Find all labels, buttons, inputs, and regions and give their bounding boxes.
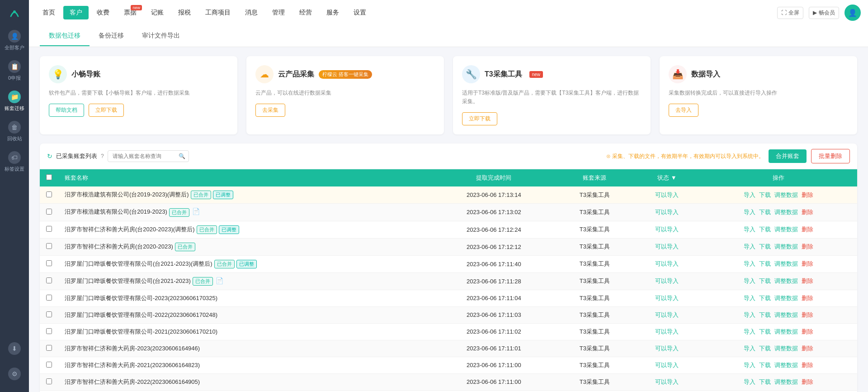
row-checkbox[interactable] bbox=[46, 345, 52, 351]
adjust-link[interactable]: 调整数据 bbox=[774, 328, 798, 335]
select-all-checkbox[interactable] bbox=[46, 174, 52, 180]
import-link[interactable]: 导入 bbox=[744, 345, 755, 352]
download-link[interactable]: 下载 bbox=[759, 191, 771, 198]
import-link[interactable]: 导入 bbox=[744, 311, 755, 318]
sidebar-item-download[interactable]: ⬇ bbox=[0, 338, 29, 359]
download-link[interactable]: 下载 bbox=[759, 295, 771, 301]
adjust-link[interactable]: 调整数据 bbox=[774, 191, 798, 198]
help-doc-button[interactable]: 帮助文档 bbox=[49, 104, 84, 117]
adjust-link[interactable]: 调整数据 bbox=[774, 311, 798, 318]
download-now-button[interactable]: 立即下载 bbox=[89, 104, 124, 117]
sidebar-item-account-migrate[interactable]: 📁 账套迁移 bbox=[0, 86, 29, 116]
go-collect-button[interactable]: 去采集 bbox=[255, 104, 285, 117]
adjust-link[interactable]: 调整数据 bbox=[774, 295, 798, 301]
row-checkbox[interactable] bbox=[46, 295, 52, 301]
download-link[interactable]: 下载 bbox=[759, 311, 771, 318]
t3-download-button[interactable]: 立即下载 bbox=[462, 112, 497, 125]
row-checkbox[interactable] bbox=[46, 328, 52, 334]
row-checkbox[interactable] bbox=[46, 243, 52, 249]
adjust-link[interactable]: 调整数据 bbox=[774, 378, 798, 385]
adjust-link[interactable]: 调整数据 bbox=[774, 362, 798, 368]
sidebar-item-all-clients[interactable]: 👤 全部客户 bbox=[0, 25, 29, 56]
row-checkbox[interactable] bbox=[46, 226, 52, 232]
refresh-icon[interactable]: ↻ bbox=[47, 153, 52, 160]
search-input[interactable] bbox=[113, 153, 176, 159]
import-link[interactable]: 导入 bbox=[744, 226, 755, 233]
delete-link[interactable]: 删除 bbox=[802, 378, 813, 385]
delete-link[interactable]: 删除 bbox=[802, 295, 813, 301]
nav-tax[interactable]: 报税 bbox=[172, 6, 197, 19]
download-link[interactable]: 下载 bbox=[759, 328, 771, 335]
delete-link[interactable]: 删除 bbox=[802, 191, 813, 198]
sidebar-item-report[interactable]: 📋 0申报 bbox=[0, 56, 29, 86]
adjust-link[interactable]: 调整数据 bbox=[774, 226, 798, 233]
nav-operation[interactable]: 经营 bbox=[293, 6, 318, 19]
go-import-button[interactable]: 去导入 bbox=[669, 104, 698, 117]
nav-management[interactable]: 管理 bbox=[266, 6, 291, 19]
tab-backup-migrate[interactable]: 备份迁移 bbox=[90, 26, 133, 46]
adjust-link[interactable]: 调整数据 bbox=[774, 243, 798, 250]
delete-link[interactable]: 删除 bbox=[802, 362, 813, 368]
nav-service[interactable]: 服务 bbox=[320, 6, 345, 19]
import-link[interactable]: 导入 bbox=[744, 277, 755, 284]
sidebar-item-user-settings[interactable]: ⚙ bbox=[0, 363, 29, 385]
help-icon[interactable]: ? bbox=[101, 153, 104, 159]
import-link[interactable]: 导入 bbox=[744, 260, 755, 267]
nav-fee[interactable]: 收费 bbox=[90, 6, 116, 19]
download-link[interactable]: 下载 bbox=[759, 226, 771, 233]
nav-business[interactable]: 工商项目 bbox=[199, 6, 237, 19]
delete-link[interactable]: 删除 bbox=[802, 260, 813, 267]
delete-link[interactable]: 删除 bbox=[802, 311, 813, 318]
col-status[interactable]: 状态 ▼ bbox=[634, 169, 700, 186]
merge-accounts-button[interactable]: 合并账套 bbox=[769, 149, 807, 163]
delete-link[interactable]: 删除 bbox=[802, 243, 813, 250]
download-link[interactable]: 下载 bbox=[759, 277, 771, 284]
adjust-link[interactable]: 调整数据 bbox=[774, 209, 798, 215]
nav-settings[interactable]: 设置 bbox=[347, 6, 373, 19]
adjust-link[interactable]: 调整数据 bbox=[774, 345, 798, 352]
import-link[interactable]: 导入 bbox=[744, 362, 755, 368]
sidebar-item-trash[interactable]: 🗑 回收站 bbox=[0, 116, 29, 147]
download-link[interactable]: 下载 bbox=[759, 378, 771, 385]
nav-home[interactable]: 首页 bbox=[36, 6, 61, 19]
adjust-link[interactable]: 调整数据 bbox=[774, 260, 798, 267]
row-checkbox[interactable] bbox=[46, 209, 52, 215]
nav-invoice[interactable]: 票据new bbox=[118, 6, 143, 19]
table-row: 汨罗市智祥仁济和善大药房-2022(20230606164905)2023-06… bbox=[40, 373, 857, 390]
row-checkbox[interactable] bbox=[46, 260, 52, 266]
delete-link[interactable]: 删除 bbox=[802, 226, 813, 233]
nav-message[interactable]: 消息 bbox=[239, 6, 264, 19]
batch-delete-button[interactable]: 批量删除 bbox=[811, 149, 850, 163]
search-icon[interactable]: 🔍 bbox=[179, 153, 185, 159]
nav-client[interactable]: 客户 bbox=[63, 6, 89, 19]
download-link[interactable]: 下载 bbox=[759, 209, 771, 215]
download-link[interactable]: 下载 bbox=[759, 362, 771, 368]
download-link[interactable]: 下载 bbox=[759, 260, 771, 267]
adjust-link[interactable]: 调整数据 bbox=[774, 277, 798, 284]
delete-link[interactable]: 删除 bbox=[802, 328, 813, 335]
row-checkbox[interactable] bbox=[46, 362, 52, 368]
download-link[interactable]: 下载 bbox=[759, 243, 771, 250]
download-link[interactable]: 下载 bbox=[759, 345, 771, 352]
member-button[interactable]: ▶ 畅会员 bbox=[809, 7, 839, 19]
import-link[interactable]: 导入 bbox=[744, 209, 755, 215]
import-link[interactable]: 导入 bbox=[744, 243, 755, 250]
delete-link[interactable]: 删除 bbox=[802, 345, 813, 352]
avatar[interactable]: 👤 bbox=[844, 5, 861, 21]
delete-link[interactable]: 删除 bbox=[802, 277, 813, 284]
import-link[interactable]: 导入 bbox=[744, 328, 755, 335]
tab-data-migrate[interactable]: 数据包迁移 bbox=[40, 26, 90, 46]
delete-link[interactable]: 删除 bbox=[802, 209, 813, 215]
import-link[interactable]: 导入 bbox=[744, 191, 755, 198]
tab-audit-export[interactable]: 审计文件导出 bbox=[133, 26, 189, 46]
import-link[interactable]: 导入 bbox=[744, 378, 755, 385]
sidebar-item-tag-settings[interactable]: 🏷 标签设置 bbox=[0, 147, 29, 177]
row-checkbox[interactable] bbox=[46, 311, 52, 317]
fullscreen-button[interactable]: ⛶ 全屏 bbox=[777, 7, 803, 19]
import-link[interactable]: 导入 bbox=[744, 295, 755, 301]
row-checkbox[interactable] bbox=[46, 378, 52, 384]
toolbar-right: ⊙ 采集、下载的文件，有效期半年，有效期内可以导入到系统中。 合并账套 批量删除 bbox=[606, 149, 850, 163]
row-checkbox[interactable] bbox=[46, 277, 52, 283]
nav-bookkeeping[interactable]: 记账 bbox=[145, 6, 170, 19]
row-checkbox[interactable] bbox=[46, 191, 52, 197]
